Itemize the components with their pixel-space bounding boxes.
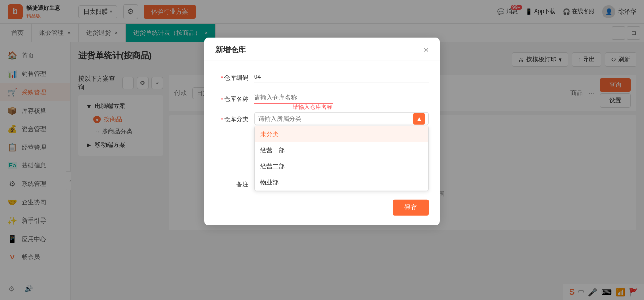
category-toggle-button[interactable]: ▲	[413, 113, 425, 124]
category-dropdown: 未分类 经营一部 经营二部 物业部	[254, 126, 429, 191]
remark-label-text: 备注	[236, 180, 248, 189]
category-required-star: *	[221, 116, 223, 123]
name-error-message: 请输入仓库名称	[293, 103, 332, 111]
code-label-text: 仓库编码	[224, 74, 248, 82]
name-field-row: * 仓库名称 请输入仓库名称	[215, 92, 429, 104]
dropdown-item-unclassified[interactable]: 未分类	[255, 126, 428, 142]
modal-title: 新增仓库	[215, 45, 246, 55]
code-input[interactable]	[254, 71, 429, 83]
name-field-inner: * 仓库名称 请输入仓库名称	[215, 92, 333, 104]
name-input[interactable]	[254, 92, 333, 104]
category-field-row: * 仓库分类 ▲ 未分类 经营一部 经营二部 物业部	[215, 112, 429, 125]
category-label: * 仓库分类	[215, 112, 248, 124]
modal-close-button[interactable]: ×	[423, 45, 429, 55]
modal-header: 新增仓库 ×	[204, 38, 440, 61]
required-star: *	[221, 74, 223, 81]
modal-body: * 仓库编码 * 仓库名称 请输入仓库名称 * 仓库分类	[204, 61, 440, 189]
category-label-text: 仓库分类	[224, 115, 248, 124]
name-input-wrapper: 请输入仓库名称	[254, 92, 333, 104]
name-label: * 仓库名称	[215, 92, 248, 103]
dropdown-item-ops1[interactable]: 经营一部	[255, 142, 428, 158]
save-button[interactable]: 保存	[393, 200, 429, 216]
category-input-wrapper: ▲ 未分类 经营一部 经营二部 物业部	[254, 112, 429, 125]
new-warehouse-modal: 新增仓库 × * 仓库编码 * 仓库名称 请输入仓库名称	[204, 38, 440, 225]
dropdown-item-property[interactable]: 物业部	[255, 175, 428, 191]
name-label-text: 仓库名称	[224, 95, 248, 103]
code-field-row: * 仓库编码	[215, 71, 429, 83]
modal-footer: 保存	[204, 194, 440, 216]
dropdown-item-ops2[interactable]: 经营二部	[255, 158, 428, 175]
category-input[interactable]	[254, 112, 429, 125]
code-label: * 仓库编码	[215, 71, 248, 82]
name-required-star: *	[221, 95, 223, 102]
remark-label: 备注	[215, 177, 248, 189]
